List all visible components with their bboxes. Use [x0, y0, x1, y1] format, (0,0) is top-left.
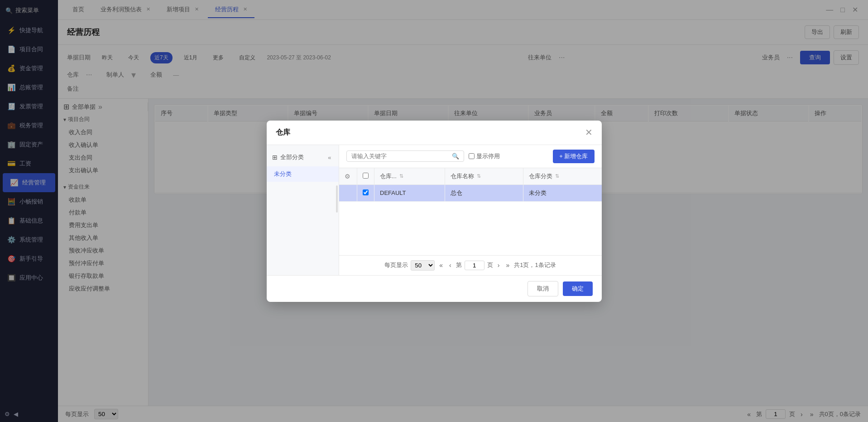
cell-code: DEFAULT	[374, 184, 445, 201]
modal-per-page-label: 每页显示	[384, 261, 408, 269]
modal-overlay: 仓库 ✕ ⊞ 全部分类 « 未分类	[0, 0, 868, 422]
col-code-sort[interactable]: ⇅	[399, 173, 403, 179]
add-warehouse-btn[interactable]: + 新增仓库	[553, 150, 594, 163]
modal-sidebar-header: ⊞ 全部分类 «	[267, 149, 339, 166]
modal-first-page-btn[interactable]: «	[437, 262, 445, 269]
modal-sidebar-scrollbar	[336, 185, 338, 213]
uncategorized-label: 未分类	[274, 170, 292, 178]
modal-last-page-btn[interactable]: »	[504, 262, 511, 269]
modal-sidebar: ⊞ 全部分类 « 未分类	[267, 145, 339, 275]
col-category-label: 仓库分类	[529, 172, 552, 180]
modal-per-page-select[interactable]: 50 100	[411, 260, 435, 271]
cell-row-checkbox	[357, 184, 374, 201]
modal-total-label: 共1页，1条记录	[514, 261, 556, 269]
modal-toolbar: 🔍 显示停用 + 新增仓库	[339, 145, 602, 168]
modal-prev-page-btn[interactable]: ‹	[447, 262, 453, 269]
show-disabled-checkbox[interactable]	[469, 153, 475, 159]
modal-sidebar-uncategorized[interactable]: 未分类	[267, 166, 339, 182]
col-settings[interactable]: ⚙	[339, 168, 357, 185]
modal-content: 🔍 显示停用 + 新增仓库 ⚙	[339, 145, 602, 275]
modal-search-icon: 🔍	[452, 153, 459, 160]
col-category: 仓库分类 ⇅	[523, 168, 602, 185]
modal-close-btn[interactable]: ✕	[585, 128, 593, 137]
col-code: 仓库... ⇅	[374, 168, 445, 185]
show-disabled-label: 显示停用	[476, 152, 500, 160]
table-row[interactable]: DEFAULT 总仓 未分类	[339, 184, 602, 201]
row-checkbox[interactable]	[363, 189, 369, 195]
modal-page-input[interactable]	[465, 261, 484, 270]
cancel-button[interactable]: 取消	[528, 281, 558, 296]
modal-header: 仓库 ✕	[267, 121, 602, 145]
modal-next-page-btn[interactable]: ›	[496, 262, 502, 269]
modal-search-wrap: 🔍	[346, 150, 464, 162]
modal-page-label: 第	[456, 261, 462, 269]
cell-row-settings	[339, 184, 357, 201]
modal-title: 仓库	[276, 128, 290, 137]
col-name-sort[interactable]: ⇅	[477, 173, 481, 179]
modal-page-suffix: 页	[487, 261, 493, 269]
modal-table: ⚙ 仓库... ⇅	[339, 168, 602, 202]
modal-table-wrap: ⚙ 仓库... ⇅	[339, 168, 602, 255]
grid-icon-modal: ⊞	[272, 154, 278, 161]
col-name: 仓库名称 ⇅	[445, 168, 523, 185]
modal-sidebar-collapse-btn[interactable]: «	[326, 152, 333, 163]
modal-search-input[interactable]	[351, 153, 449, 160]
col-category-sort[interactable]: ⇅	[555, 173, 559, 179]
cell-name: 总仓	[445, 184, 523, 201]
gear-icon: ⚙	[345, 173, 350, 180]
show-disabled-checkbox-label[interactable]: 显示停用	[469, 152, 500, 160]
modal-pagination: 每页显示 50 100 « ‹ 第 页 › » 共1页，1条记录	[339, 255, 602, 275]
modal-footer: 取消 确定	[267, 275, 602, 302]
confirm-button[interactable]: 确定	[563, 281, 593, 296]
col-code-label: 仓库...	[380, 172, 397, 180]
col-name-label: 仓库名称	[451, 172, 474, 180]
modal-body: ⊞ 全部分类 « 未分类 🔍	[267, 145, 602, 275]
col-checkbox	[357, 168, 374, 185]
warehouse-modal: 仓库 ✕ ⊞ 全部分类 « 未分类	[267, 121, 602, 302]
select-all-checkbox[interactable]	[363, 173, 369, 179]
all-categories-label: 全部分类	[280, 153, 304, 161]
cell-category: 未分类	[523, 184, 602, 201]
